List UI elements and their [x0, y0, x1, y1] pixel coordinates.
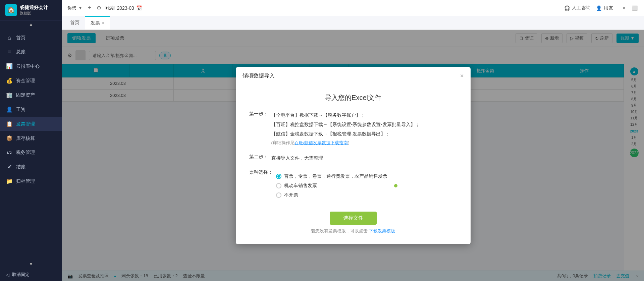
radio-label-3: 不开票 [284, 192, 298, 198]
topbar-username: 你您 [67, 5, 76, 11]
modal-step2: 第二步： 直接导入文件，无需整理 [249, 153, 457, 163]
modal-title: 销项数据导入 [243, 72, 275, 79]
invoice-icon: 📋 [6, 121, 13, 127]
step1-link[interactable]: 百旺/航信发票数据下载指南 [294, 140, 348, 145]
footer-text: 若您没有发票模版，可以点击 [311, 228, 368, 233]
inventory-icon: 📦 [6, 135, 13, 142]
sidebar-label-ledger: 总账 [16, 49, 25, 55]
sidebar-nav: ⌂ 首页 ≡ 总账 📊 云报表中心 💰 资金管理 🏢 固定资产 👤 工资 [0, 28, 62, 260]
download-template-link[interactable]: 下载发票模版 [369, 228, 395, 233]
sidebar-label-home: 首页 [16, 35, 25, 41]
topbar-right: 🎧 人工咨询 👤 用友 [564, 5, 613, 11]
topbar-user-right[interactable]: 👤 用友 [596, 5, 613, 11]
step2-text: 直接导入文件，无需整理 [271, 155, 323, 161]
sidebar-label-tax: 税务管理 [16, 150, 35, 156]
modal-ticket-select: 票种选择： 普票，专票，卷票，通行费发票，农产品销售发票 [249, 169, 457, 205]
sidebar: 🏠 畅捷通好会计 旗舰版 ▲ ⌂ 首页 ≡ 总账 📊 云报表中心 💰 资金管理 [0, 0, 62, 281]
sidebar-item-inventory[interactable]: 📦 库存核算 [0, 131, 62, 146]
headset-icon: 🎧 [564, 5, 570, 11]
topbar-period: 账期 2023-03 📅 [105, 5, 142, 11]
topbar-add-button[interactable]: + [87, 4, 93, 11]
sidebar-item-asset[interactable]: 🏢 固定资产 [0, 88, 62, 102]
modal-body: 导入您的Excel文件 第一步： 【全电平台】数据下载→【税务数字账户】； 【百… [236, 85, 471, 244]
radio-label-1: 普票，专票，卷票，通行费发票，农产品销售发票 [284, 173, 387, 179]
sidebar-item-home[interactable]: ⌂ 首页 [0, 31, 62, 45]
sidebar-item-ledger[interactable]: ≡ 总账 [0, 45, 62, 59]
sidebar-item-archive[interactable]: 📁 归档管理 [0, 174, 62, 188]
modal-close-button[interactable]: × [460, 72, 464, 79]
sidebar-logo: 🏠 畅捷通好会计 旗舰版 [0, 0, 62, 20]
logo-sub: 旗舰版 [20, 11, 48, 16]
topbar-user-right-label: 用友 [604, 5, 613, 11]
radio-option-1[interactable]: 普票，专票，卷票，通行费发票，农产品销售发票 [276, 173, 387, 179]
step1-line3: 【航信】金税盘数据下载→【报税管理-发票数据导出】； [271, 129, 420, 138]
tabs-bar: 首页 发票 × [62, 16, 644, 30]
step2-content: 直接导入文件，无需整理 [271, 153, 323, 163]
asset-icon: 🏢 [6, 92, 13, 98]
topbar-consult-button[interactable]: 🎧 人工咨询 [564, 5, 591, 11]
sidebar-item-close[interactable]: ✔ 结账 [0, 160, 62, 174]
topbar-user[interactable]: 你您 ▼ [67, 5, 83, 11]
select-file-button[interactable]: 选择文件 [330, 212, 377, 225]
radio-circle-2 [276, 183, 281, 188]
consult-label: 人工咨询 [572, 5, 591, 11]
sidebar-label-invoice: 发票管理 [16, 121, 35, 127]
calendar-icon[interactable]: 📅 [136, 5, 142, 11]
modal-footer: 若您没有发票模版，可以点击 下载发票模版 [249, 228, 457, 234]
window-maximize-button[interactable]: ⬜ [631, 4, 639, 12]
archive-icon: 📁 [6, 178, 13, 184]
logo-title: 畅捷通好会计 [20, 5, 48, 11]
radio-option-3[interactable]: 不开票 [276, 192, 387, 198]
tab-invoice-label: 发票 [91, 20, 100, 26]
tooltip-connector-dot [394, 184, 397, 187]
modal-dialog: 销项数据导入 × 导入您的Excel文件 第一步： 【全电平台】数据下载→【税务… [236, 67, 471, 244]
step1-label: 第一步： [249, 111, 268, 117]
sidebar-label-inventory: 库存核算 [16, 135, 35, 142]
content-area: 销项发票 进项发票 🗒 凭证 ⊕ 新增 [62, 30, 644, 281]
period-value: 2023-03 [117, 5, 134, 11]
topbar: 你您 ▼ + ⚙ 账期 2023-03 📅 🎧 人工咨询 👤 用友 [62, 0, 644, 16]
ledger-icon: ≡ [6, 49, 13, 55]
sidebar-scroll-up[interactable]: ▲ [0, 20, 62, 28]
sidebar-item-tax[interactable]: 🗂 税务管理 [0, 146, 62, 160]
window-controls: × ⬜ [620, 4, 639, 12]
sidebar-scroll-down[interactable]: ▼ [0, 260, 62, 268]
logo-icon: 🏠 [5, 4, 17, 16]
modal-header: 销项数据导入 × [236, 67, 471, 85]
sidebar-label-close: 结账 [16, 164, 25, 170]
user-avatar-icon: 👤 [596, 5, 602, 11]
sidebar-label-fund: 资金管理 [16, 78, 35, 84]
tab-home[interactable]: 首页 [65, 16, 85, 29]
step1-line1: 【全电平台】数据下载→【税务数字账户】； [271, 110, 420, 120]
topbar-settings-icon[interactable]: ⚙ [97, 5, 101, 11]
sidebar-unpin[interactable]: ◁ 取消固定 [0, 268, 62, 281]
ticket-label: 票种选择： [249, 169, 273, 175]
sidebar-label-report: 云报表中心 [16, 63, 40, 69]
tab-invoice-close[interactable]: × [102, 21, 104, 25]
modal-main-title: 导入您的Excel文件 [249, 93, 457, 102]
radio-circle-3 [276, 192, 281, 198]
radio-dot-1 [277, 175, 280, 178]
sidebar-item-invoice[interactable]: 📋 发票管理 [0, 117, 62, 131]
tab-home-label: 首页 [70, 20, 79, 26]
tax-icon: 🗂 [6, 150, 13, 156]
sidebar-item-fund[interactable]: 💰 资金管理 [0, 73, 62, 88]
sidebar-item-report[interactable]: 📊 云报表中心 [0, 59, 62, 73]
topbar-dropdown-arrow: ▼ [78, 5, 83, 10]
sidebar-unpin-label: 取消固定 [12, 272, 30, 278]
radio-option-2[interactable]: 机动车销售发票 [276, 183, 387, 189]
tab-invoice[interactable]: 发票 × [85, 16, 110, 30]
radio-group: 普票，专票，卷票，通行费发票，农产品销售发票 机动车销售发票 [276, 173, 387, 202]
step1-line2: 【百旺】税控盘数据下载→【系统设置-系统参数设置-发票批量导入】； [271, 120, 420, 129]
logo-text-block: 畅捷通好会计 旗舰版 [20, 5, 48, 16]
step1-content: 【全电平台】数据下载→【税务数字账户】； 【百旺】税控盘数据下载→【系统设置-系… [271, 110, 420, 147]
step2-label: 第二步： [249, 154, 268, 160]
sidebar-item-salary[interactable]: 👤 工资 [0, 102, 62, 117]
window-close-button[interactable]: × [620, 4, 628, 12]
report-icon: 📊 [6, 63, 13, 69]
sidebar-label-salary: 工资 [16, 107, 25, 113]
home-icon: ⌂ [6, 35, 13, 41]
modal-overlay: 销项数据导入 × 导入您的Excel文件 第一步： 【全电平台】数据下载→【税务… [62, 30, 644, 281]
radio-circle-1 [276, 174, 281, 179]
close-period-icon: ✔ [6, 164, 13, 170]
